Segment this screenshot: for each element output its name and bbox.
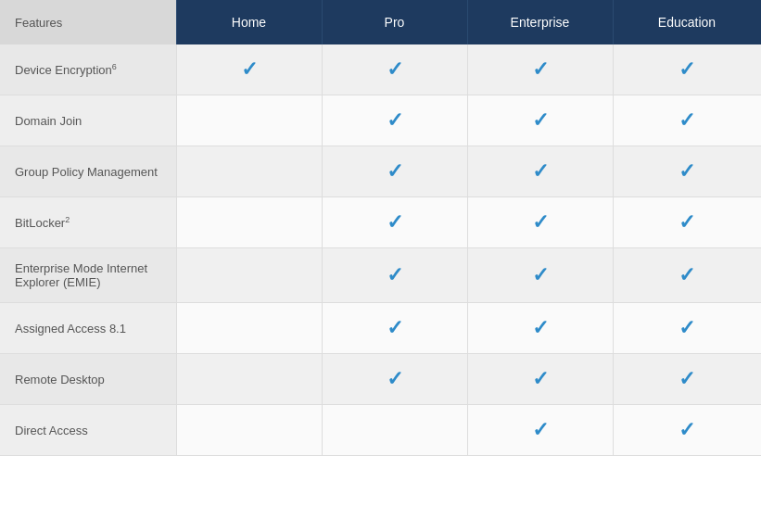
checkmark-icon: ✓ <box>532 57 549 82</box>
education-cell: ✓ <box>613 95 761 146</box>
checkmark-icon: ✓ <box>387 57 403 82</box>
enterprise-cell: ✓ <box>467 354 613 405</box>
header-enterprise: Enterprise <box>467 0 613 44</box>
pro-cell: ✓ <box>322 197 467 248</box>
home-cell <box>176 303 322 354</box>
checkmark-icon: ✓ <box>241 57 258 82</box>
feature-cell: Device Encryption6 <box>0 44 176 95</box>
feature-cell: Enterprise Mode Internet Explorer (EMIE) <box>0 248 176 303</box>
checkmark-icon: ✓ <box>387 108 403 133</box>
checkmark-icon: ✓ <box>387 367 403 391</box>
checkmark-icon: ✓ <box>387 210 403 234</box>
checkmark-icon: ✓ <box>679 316 695 340</box>
checkmark-icon: ✓ <box>532 418 549 442</box>
home-cell <box>176 197 322 248</box>
checkmark-icon: ✓ <box>387 159 403 184</box>
home-cell <box>176 146 322 197</box>
comparison-table: Features Home Pro Enterprise Education D… <box>0 0 761 456</box>
header-pro: Pro <box>322 0 467 44</box>
feature-cell: Group Policy Management <box>0 146 176 197</box>
feature-cell: Assigned Access 8.1 <box>0 303 176 354</box>
pro-cell <box>322 405 467 456</box>
checkmark-icon: ✓ <box>532 367 549 391</box>
checkmark-icon: ✓ <box>532 316 549 340</box>
checkmark-icon: ✓ <box>679 57 695 82</box>
table-row: Enterprise Mode Internet Explorer (EMIE)… <box>0 248 761 303</box>
checkmark-icon: ✓ <box>679 367 695 391</box>
table-row: Assigned Access 8.1✓✓✓ <box>0 303 761 354</box>
home-cell <box>176 354 322 405</box>
checkmark-icon: ✓ <box>679 263 695 287</box>
checkmark-icon: ✓ <box>679 159 695 184</box>
pro-cell: ✓ <box>322 44 467 95</box>
enterprise-cell: ✓ <box>467 248 613 303</box>
checkmark-icon: ✓ <box>387 316 403 340</box>
pro-cell: ✓ <box>322 248 467 303</box>
education-cell: ✓ <box>613 146 761 197</box>
education-cell: ✓ <box>613 354 761 405</box>
enterprise-cell: ✓ <box>467 405 613 456</box>
feature-cell: Remote Desktop <box>0 354 176 405</box>
education-cell: ✓ <box>613 248 761 303</box>
home-cell <box>176 405 322 456</box>
feature-cell: Direct Access <box>0 405 176 456</box>
table-row: Direct Access✓✓ <box>0 405 761 456</box>
home-cell <box>176 95 322 146</box>
checkmark-icon: ✓ <box>679 418 695 442</box>
table-row: Device Encryption6✓✓✓✓ <box>0 44 761 95</box>
table-row: BitLocker2✓✓✓ <box>0 197 761 248</box>
enterprise-cell: ✓ <box>467 197 613 248</box>
checkmark-icon: ✓ <box>387 263 403 287</box>
header-home: Home <box>176 0 322 44</box>
pro-cell: ✓ <box>322 146 467 197</box>
education-cell: ✓ <box>613 197 761 248</box>
home-cell <box>176 248 322 303</box>
education-cell: ✓ <box>613 44 761 95</box>
checkmark-icon: ✓ <box>532 108 549 133</box>
enterprise-cell: ✓ <box>467 146 613 197</box>
pro-cell: ✓ <box>322 95 467 146</box>
checkmark-icon: ✓ <box>532 159 549 184</box>
feature-cell: BitLocker2 <box>0 197 176 248</box>
enterprise-cell: ✓ <box>467 95 613 146</box>
table-row: Remote Desktop✓✓✓ <box>0 354 761 405</box>
pro-cell: ✓ <box>322 303 467 354</box>
table-row: Group Policy Management✓✓✓ <box>0 146 761 197</box>
education-cell: ✓ <box>613 303 761 354</box>
checkmark-icon: ✓ <box>532 210 549 234</box>
pro-cell: ✓ <box>322 354 467 405</box>
header-feature: Features <box>0 0 176 44</box>
table-row: Domain Join✓✓✓ <box>0 95 761 146</box>
enterprise-cell: ✓ <box>467 44 613 95</box>
checkmark-icon: ✓ <box>679 210 695 234</box>
header-education: Education <box>613 0 761 44</box>
feature-cell: Domain Join <box>0 95 176 146</box>
enterprise-cell: ✓ <box>467 303 613 354</box>
checkmark-icon: ✓ <box>679 108 695 133</box>
education-cell: ✓ <box>613 405 761 456</box>
home-cell: ✓ <box>176 44 322 95</box>
checkmark-icon: ✓ <box>532 263 549 287</box>
